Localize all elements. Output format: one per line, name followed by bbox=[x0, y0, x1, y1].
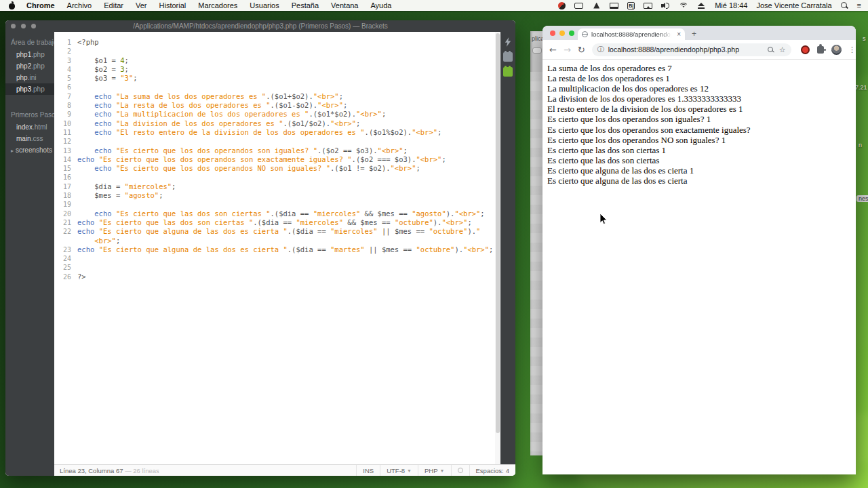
bootcamp-icon[interactable]: B| bbox=[627, 2, 635, 9]
wifi-icon[interactable] bbox=[679, 2, 688, 9]
code-line[interactable]: 10 echo "La division de los dos operador… bbox=[54, 119, 495, 128]
code-line[interactable]: 11 echo "El resto entero de la division … bbox=[54, 128, 495, 137]
desktop-icon-label[interactable]: nes bbox=[856, 195, 868, 202]
code-line[interactable]: 16 bbox=[54, 173, 495, 182]
project-name-label[interactable]: Primeros Pasos bbox=[5, 104, 54, 121]
reload-icon[interactable]: ↻ bbox=[578, 45, 585, 55]
bookmark-star-icon[interactable]: ☆ bbox=[779, 46, 786, 54]
code-line[interactable]: 21echo "Es cierto que las dos son cierta… bbox=[54, 218, 495, 227]
menu-usuarios[interactable]: Usuarios bbox=[243, 0, 285, 11]
page-zoom-icon[interactable] bbox=[768, 47, 774, 53]
forward-icon[interactable]: → bbox=[564, 45, 571, 55]
new-tab-button[interactable]: + bbox=[692, 30, 696, 38]
project-folder-screenshots[interactable]: ▸screenshots bbox=[5, 144, 54, 156]
airplay-icon[interactable] bbox=[644, 3, 652, 9]
insert-mode-toggle[interactable]: INS bbox=[356, 465, 380, 476]
menu-clock[interactable]: Mié 18:44 bbox=[715, 1, 747, 9]
working-file-php1[interactable]: php1.php bbox=[5, 49, 54, 60]
menu-chrome[interactable]: Chrome bbox=[25, 0, 61, 11]
url-text[interactable]: localhost:8888/aprendiendophp/php3.php bbox=[608, 45, 768, 54]
minimize-window-icon[interactable] bbox=[559, 30, 565, 36]
working-file-php[interactable]: php.ini bbox=[5, 72, 54, 83]
close-window-icon[interactable] bbox=[550, 30, 555, 36]
record-icon[interactable] bbox=[558, 2, 566, 9]
brackets-title-bar[interactable]: /Applications/MAMP/htdocs/aprendiendophp… bbox=[5, 20, 515, 32]
live-preview-bolt-icon[interactable] bbox=[503, 37, 513, 47]
browser-viewport[interactable]: La suma de los dos operadores es 7La res… bbox=[542, 60, 856, 474]
indent-setting[interactable]: Espacios: 4 bbox=[469, 465, 515, 476]
extension-brick-icon[interactable] bbox=[503, 52, 513, 62]
menu-user-name[interactable]: Jose Vicente Carratala bbox=[756, 1, 831, 9]
code-line[interactable]: 8 echo "La resta de los dos operadores e… bbox=[54, 101, 495, 110]
code-line[interactable]: 17 $dia = "miercoles"; bbox=[54, 182, 495, 191]
editor-scrollbar-thumb[interactable] bbox=[496, 33, 500, 433]
code-line[interactable]: 19 bbox=[54, 200, 495, 209]
mouse-cursor bbox=[599, 214, 608, 226]
code-line[interactable]: 3 $o1 = 4; bbox=[54, 56, 495, 65]
desktop-icon-label[interactable]: n bbox=[859, 142, 862, 148]
code-line[interactable]: 20 echo "Es cierto que las dos son ciert… bbox=[54, 209, 495, 218]
adblock-extension-icon[interactable] bbox=[801, 45, 810, 54]
lint-status-icon[interactable] bbox=[451, 465, 469, 476]
working-file-php3[interactable]: php3.php bbox=[5, 83, 54, 95]
extension-brick-green-icon[interactable] bbox=[503, 67, 513, 77]
code-editor[interactable]: 1<?php23 $o1 = 4;4 $o2 = 3;5 $o3 = "3";6… bbox=[54, 32, 500, 464]
code-line[interactable]: 12 bbox=[54, 137, 495, 146]
site-info-icon[interactable]: ⓘ bbox=[597, 45, 604, 54]
desktop-icon-label[interactable]: s bbox=[863, 35, 866, 42]
extensions-puzzle-icon[interactable] bbox=[817, 46, 825, 54]
background-window-edge[interactable]: plicac bbox=[530, 31, 542, 455]
code-line[interactable]: 4 $o2 = 3; bbox=[54, 65, 495, 74]
chrome-menu-kebab-icon[interactable]: ⋮ bbox=[848, 45, 856, 54]
tab-close-icon[interactable]: × bbox=[677, 31, 681, 38]
assistant-icon[interactable] bbox=[593, 3, 599, 9]
menu-ayuda[interactable]: Ayuda bbox=[364, 0, 397, 11]
volume-icon[interactable] bbox=[661, 2, 670, 9]
spotlight-search-icon[interactable] bbox=[841, 2, 848, 9]
menu-marcadores[interactable]: Marcadores bbox=[192, 0, 243, 11]
menu-pestaña[interactable]: Pestaña bbox=[285, 0, 325, 11]
cursor-position-status[interactable]: Línea 23, Columna 67 bbox=[60, 467, 123, 474]
editor-scrollbar[interactable] bbox=[495, 32, 500, 464]
menu-archivo[interactable]: Archivo bbox=[61, 0, 98, 11]
code-line[interactable]: 23echo "Es cierto que alguna de las dos … bbox=[54, 245, 495, 254]
code-line[interactable]: 13 echo "Es cierto que los dos operandos… bbox=[54, 146, 495, 155]
brackets-sidebar: Área de trabajo php1.phpphp2.phpphp.inip… bbox=[5, 32, 54, 476]
code-line[interactable]: 7 echo "La suma de los dos operadores es… bbox=[54, 92, 495, 101]
code-line[interactable]: 6 bbox=[54, 83, 495, 92]
zoom-window-icon[interactable] bbox=[569, 30, 574, 36]
display-icon[interactable] bbox=[574, 3, 583, 9]
language-select[interactable]: PHP▼ bbox=[418, 465, 450, 476]
code-line[interactable]: 25 bbox=[54, 263, 495, 272]
code-line[interactable]: 14echo "Es cierto que los dos operandos … bbox=[54, 155, 495, 164]
desktop-icon-label[interactable]: 7.21 bbox=[855, 84, 867, 91]
menu-editar[interactable]: Editar bbox=[98, 0, 130, 11]
output-line: Es cierto que alguna de las dos es ciert… bbox=[547, 165, 856, 176]
code-line[interactable]: 1<?php bbox=[54, 38, 495, 47]
code-line[interactable]: 2 bbox=[54, 47, 495, 56]
notification-center-icon[interactable]: ≡ bbox=[857, 2, 861, 9]
code-line[interactable]: 5 $o3 = "3"; bbox=[54, 74, 495, 83]
address-bar[interactable]: ⓘ localhost:8888/aprendiendophp/php3.php… bbox=[592, 43, 791, 56]
menu-historial[interactable]: Historial bbox=[153, 0, 193, 11]
code-line[interactable]: 26?> bbox=[54, 272, 495, 281]
browser-tab[interactable]: localhost:8888/aprendiendoph × bbox=[578, 28, 685, 40]
profile-avatar[interactable] bbox=[831, 45, 842, 55]
project-file-main[interactable]: main.css bbox=[5, 133, 54, 144]
code-line[interactable]: <br>"; bbox=[54, 237, 495, 245]
menu-ventana[interactable]: Ventana bbox=[325, 0, 364, 11]
project-file-index[interactable]: index.html bbox=[5, 121, 54, 133]
encoding-select[interactable]: UTF-8▼ bbox=[380, 465, 418, 476]
working-file-php2[interactable]: php2.php bbox=[5, 60, 54, 72]
code-line[interactable]: 9 echo "La multiplicacion de los dos ope… bbox=[54, 110, 495, 119]
eject-icon[interactable] bbox=[697, 2, 706, 9]
code-line[interactable]: 18 $mes = "agosto"; bbox=[54, 191, 495, 200]
menu-ver[interactable]: Ver bbox=[130, 0, 153, 11]
code-line[interactable]: 22echo "Es cierto que alguna de las dos … bbox=[54, 227, 495, 236]
line-number: 21 bbox=[54, 218, 77, 227]
back-icon[interactable]: ← bbox=[549, 45, 557, 55]
apple-menu-icon[interactable] bbox=[8, 2, 16, 9]
code-line[interactable]: 15 echo "Es cierto que los dos operandos… bbox=[54, 164, 495, 173]
keyboard-icon[interactable] bbox=[610, 3, 618, 9]
code-line[interactable]: 24 bbox=[54, 254, 495, 263]
